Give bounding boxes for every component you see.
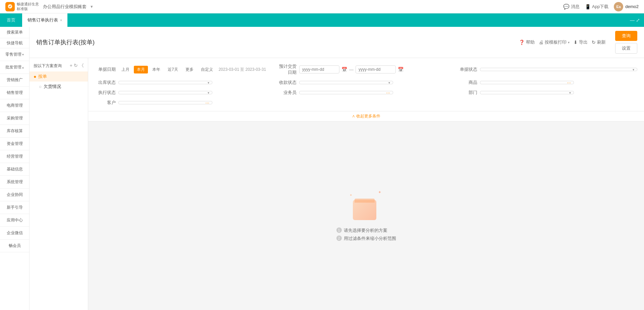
avatar: Ea	[614, 2, 623, 11]
sidebar-item-guide[interactable]: 新手引导	[0, 201, 29, 214]
sidebar-item-ecommerce[interactable]: 电商管理	[0, 99, 29, 112]
settings-button[interactable]: 设置	[615, 43, 637, 54]
date-tab-this-month[interactable]: 本月	[134, 66, 148, 73]
message-label: 消息	[571, 4, 580, 10]
sidebar-quick-nav-label: 快捷导航	[2, 40, 27, 46]
left-panel-actions: + ↻ 《	[70, 63, 84, 69]
finance-label: 资金管理	[7, 141, 23, 147]
message-icon: 💬	[563, 4, 570, 10]
export-label: 导出	[579, 39, 588, 45]
date-tab-custom[interactable]: 自定义	[198, 66, 216, 73]
ops-label: 经营管理	[7, 154, 23, 159]
recv-status-arrow: ▾	[388, 81, 390, 85]
tab-active[interactable]: 销售订单执行表 ×	[22, 13, 67, 27]
page-title-row: 销售订单执行表(按单) ❓ 帮助 🖨 按模板打印 ▾ ⬇ 导出	[36, 31, 637, 54]
refresh-scheme-btn[interactable]: ↻	[74, 63, 78, 69]
wholesale-arrow-icon: ▴	[22, 65, 24, 69]
collapse-panel-btn[interactable]: 《	[79, 63, 84, 69]
sidebar-item-finance[interactable]: 资金管理	[0, 138, 29, 150]
empty-box-lid	[355, 199, 375, 203]
dept-group: 部门 ▾	[457, 90, 637, 96]
apps-label: 应用中心	[7, 217, 23, 223]
exec-status-select[interactable]: ▾	[118, 91, 212, 94]
out-status-select[interactable]: ▾	[118, 81, 212, 84]
page-actions: ❓ 帮助 🖨 按模板打印 ▾ ⬇ 导出 ↻ 刷新	[519, 31, 637, 54]
logo-line1: 畅捷通好生意	[17, 2, 39, 6]
sidebar-quick-nav[interactable]: 快捷导航	[0, 38, 29, 48]
message-action[interactable]: 💬 消息	[563, 4, 580, 10]
sidebar-item-wholesale[interactable]: 批发管理 ▴	[0, 61, 29, 74]
filter-panel: 单据日期 上月 本月 本年 近7天 更多 自定义 2023-03-01 至 20…	[88, 58, 644, 111]
refresh-btn[interactable]: ↻ 刷新	[592, 39, 606, 45]
sidebar-item-ops[interactable]: 经营管理	[0, 150, 29, 163]
help-btn[interactable]: ❓ 帮助	[519, 39, 535, 45]
content-area: 销售订单执行表(按单) ❓ 帮助 🖨 按模板打印 ▾ ⬇ 导出	[30, 27, 644, 310]
tab-bar: 首页 销售订单执行表 × — ⤢	[0, 13, 644, 27]
filter-row-4: 客户 ···	[95, 100, 637, 106]
add-scheme-btn[interactable]: +	[70, 63, 72, 69]
dept-select[interactable]: ▾	[480, 91, 574, 94]
tab-close-icon[interactable]: ×	[60, 18, 62, 22]
user-area[interactable]: Ea demo2	[614, 2, 639, 11]
cal-icon-end[interactable]: 📅	[398, 67, 404, 72]
tab-home[interactable]: 首页	[0, 13, 22, 27]
page-title: 销售订单执行表(按单)	[36, 38, 95, 46]
sidebar-item-system[interactable]: 系统管理	[0, 176, 29, 189]
sidebar-item-sales[interactable]: 销售管理	[0, 87, 29, 99]
sidebar-search[interactable]: 搜索菜单	[0, 27, 29, 38]
sidebar-item-purchase[interactable]: 采购管理	[0, 112, 29, 125]
recv-status-select[interactable]: ▾	[299, 81, 393, 84]
date-range-text: 2023-03-01 至 2023-03-31	[219, 67, 266, 72]
download-icon: 📱	[585, 4, 591, 9]
export-btn[interactable]: ⬇ 导出	[574, 39, 588, 45]
avatar-placeholder: Ea	[616, 5, 621, 9]
sidebar-item-basic[interactable]: 基础信息	[0, 163, 29, 176]
expected-date-end[interactable]	[356, 65, 396, 73]
print-btn[interactable]: 🖨 按模板打印 ▾	[539, 39, 570, 45]
minimize-btn[interactable]: —	[630, 17, 635, 23]
dept-arrow: ▾	[569, 91, 571, 95]
cal-icon-start[interactable]: 📅	[341, 67, 347, 72]
date-tab-last-month[interactable]: 上月	[118, 66, 132, 73]
sidebar-item-marketing[interactable]: 营销推广	[0, 74, 29, 87]
collapse-row[interactable]: ∧ 收起更多条件	[88, 111, 644, 121]
sidebar-retail-label: 零售管理	[5, 52, 21, 57]
empty-box-body	[353, 200, 376, 220]
left-panel-item-press[interactable]: ● 按单	[30, 71, 88, 82]
expected-date-label: 预计交货日期	[276, 63, 299, 75]
date-tab-more[interactable]: 更多	[182, 66, 197, 73]
customer-select[interactable]: ···	[118, 101, 212, 104]
sidebar-item-apps[interactable]: 应用中心	[0, 214, 29, 227]
maximize-btn[interactable]: ⤢	[636, 17, 640, 23]
sidebar-item-member[interactable]: 畅会员	[0, 240, 29, 252]
window-controls: — ⤢	[626, 13, 644, 27]
out-status-label: 出库状态	[95, 80, 118, 86]
logo-line2: 标准版	[17, 7, 39, 11]
salesperson-select[interactable]: ···	[299, 91, 393, 94]
sidebar-item-inventory[interactable]: 库存核算	[0, 125, 29, 138]
date-tabs: 上月 本月 本年 近7天 更多 自定义 2023-03-01 至 2023-03…	[118, 66, 266, 73]
system-label: 系统管理	[7, 179, 23, 185]
goods-select[interactable]: ···	[480, 81, 574, 84]
expected-date-start[interactable]	[299, 65, 339, 73]
app-download-action[interactable]: 📱 App下载	[585, 4, 608, 10]
date-filter-group: 单据日期 上月 本月 本年 近7天 更多 自定义 2023-03-01 至 20…	[95, 66, 276, 73]
top-header: 畅捷通好生意 标准版 办公用品行业模拟账套 ▾ 💬 消息 📱 App下载 Ea …	[0, 0, 644, 13]
query-button[interactable]: 查询	[615, 31, 637, 41]
help-icon: ❓	[519, 40, 525, 45]
date-tab-7days[interactable]: 近7天	[165, 66, 181, 73]
sidebar-item-wechat[interactable]: 企业微信	[0, 227, 29, 240]
salesperson-label: 业务员	[276, 90, 299, 96]
sidebar-item-retail[interactable]: 零售管理 ▾	[0, 48, 29, 61]
date-tab-this-year[interactable]: 本年	[149, 66, 163, 73]
header-left: 畅捷通好生意 标准版 办公用品行业模拟账套 ▾	[5, 2, 93, 11]
date-dash: —	[349, 67, 354, 72]
status-select[interactable]: ▾	[480, 68, 637, 71]
tab-spacer	[67, 13, 626, 27]
sidebar-item-corp[interactable]: 企业协同	[0, 189, 29, 201]
hint-text-1: 请先选择要分析的方案	[344, 227, 387, 234]
left-panel-item-debt[interactable]: ○ 欠货情况	[30, 82, 88, 92]
date-filter-label: 单据日期	[95, 66, 118, 72]
filter-row-3: 执行状态 ▾ 业务员 ···	[95, 90, 637, 96]
app-dropdown-arrow[interactable]: ▾	[91, 4, 93, 9]
